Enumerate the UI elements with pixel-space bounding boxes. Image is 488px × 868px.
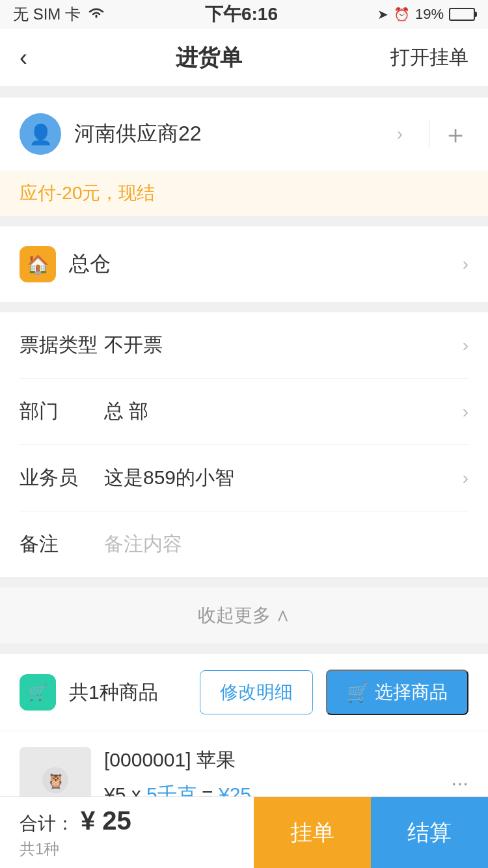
department-row[interactable]: 部门 总 部 ›: [0, 379, 488, 444]
battery-icon: [449, 8, 475, 21]
product-more-button[interactable]: ···: [451, 771, 468, 795]
department-value: 总 部: [104, 398, 463, 425]
status-left: 无 SIM 卡: [13, 4, 105, 25]
battery-percent: 19%: [415, 6, 444, 23]
total-amount: ¥ 25: [81, 806, 131, 835]
product-header: 🛒 共1种商品 修改明细 🛒 选择商品: [0, 654, 488, 731]
warehouse-name: 总仓: [69, 250, 463, 278]
checkout-button[interactable]: 结算: [371, 797, 488, 868]
department-chevron-icon: ›: [463, 401, 468, 422]
pending-button[interactable]: 挂单: [254, 797, 371, 868]
edit-detail-button[interactable]: 修改明细: [200, 670, 313, 714]
alarm-icon: ⏰: [394, 7, 410, 22]
collapse-button[interactable]: 收起更多 ∧: [0, 588, 488, 644]
back-button[interactable]: ‹: [20, 44, 27, 72]
product-icon-bg: 🛒: [20, 674, 56, 711]
collapse-section: 收起更多 ∧: [0, 588, 488, 644]
remark-row[interactable]: 备注 备注内容: [0, 511, 488, 577]
bottom-bar: 合计： ¥ 25 共1种 挂单 结算: [0, 796, 488, 868]
warning-text: 应付-20元，现结: [20, 183, 155, 203]
warehouse-row[interactable]: 🏠 总仓 ›: [0, 226, 488, 302]
warehouse-icon: 🏠: [27, 254, 49, 275]
location-icon: ➤: [377, 7, 388, 22]
product-title: 苹果: [197, 749, 236, 770]
select-label: 选择商品: [375, 680, 448, 705]
supplier-divider: [429, 121, 429, 147]
department-label: 部门: [20, 398, 104, 425]
page-title: 进货单: [176, 43, 242, 73]
invoice-chevron-icon: ›: [463, 335, 468, 356]
select-icon: 🛒: [347, 682, 370, 703]
open-pending-button[interactable]: 打开挂单: [390, 44, 468, 71]
supplier-row[interactable]: 👤 河南供应商22 › ＋: [0, 98, 488, 170]
status-time: 下午6:16: [205, 2, 278, 27]
product-count: 共1种商品: [69, 679, 187, 706]
product-icon: 🛒: [28, 683, 47, 701]
nav-bar: ‹ 进货单 打开挂单: [0, 29, 488, 87]
collapse-label: 收起更多 ∧: [198, 605, 291, 625]
checkout-label: 结算: [407, 818, 452, 848]
warehouse-icon-bg: 🏠: [20, 246, 56, 282]
add-button[interactable]: ＋: [442, 116, 468, 152]
status-right: ➤ ⏰ 19%: [377, 6, 475, 23]
salesperson-value: 这是859的小智: [104, 465, 463, 491]
warehouse-chevron-icon: ›: [463, 254, 468, 275]
warning-banner: 应付-20元，现结: [0, 170, 488, 216]
total-area: 合计： ¥ 25 共1种: [0, 797, 254, 868]
supplier-chevron-icon: ›: [397, 124, 403, 144]
invoice-type-value: 不开票: [104, 332, 463, 359]
invoice-type-row[interactable]: 票据类型 不开票 ›: [0, 312, 488, 378]
total-row: 合计： ¥ 25: [20, 806, 234, 836]
select-product-button[interactable]: 🛒 选择商品: [326, 670, 468, 715]
avatar-icon: 👤: [29, 123, 53, 146]
total-count: 共1种: [20, 839, 234, 860]
invoice-type-label: 票据类型: [20, 332, 104, 359]
supplier-section: 👤 河南供应商22 › ＋ 应付-20元，现结: [0, 98, 488, 216]
svg-text:🦉: 🦉: [47, 772, 65, 789]
total-label: 合计：: [20, 811, 74, 836]
form-section: 票据类型 不开票 › 部门 总 部 › 业务员 这是859的小智 › 备注 备注…: [0, 312, 488, 577]
wifi-icon: [87, 5, 105, 23]
product-code: [0000001]: [104, 749, 191, 770]
salesperson-row[interactable]: 业务员 这是859的小智 ›: [0, 445, 488, 511]
supplier-avatar: 👤: [20, 113, 61, 155]
status-bar: 无 SIM 卡 下午6:16 ➤ ⏰ 19%: [0, 0, 488, 29]
remark-label: 备注: [20, 531, 104, 558]
content-area: 👤 河南供应商22 › ＋ 应付-20元，现结 🏠 总仓 › 票据类型 不开票 …: [0, 98, 488, 868]
salesperson-label: 业务员: [20, 465, 104, 491]
supplier-name: 河南供应商22: [74, 120, 397, 148]
product-name: [0000001] 苹果: [104, 747, 438, 774]
carrier-label: 无 SIM 卡: [13, 4, 81, 25]
salesperson-chevron-icon: ›: [463, 468, 468, 489]
pending-label: 挂单: [290, 818, 334, 848]
warehouse-section: 🏠 总仓 ›: [0, 226, 488, 302]
remark-placeholder: 备注内容: [104, 531, 468, 558]
